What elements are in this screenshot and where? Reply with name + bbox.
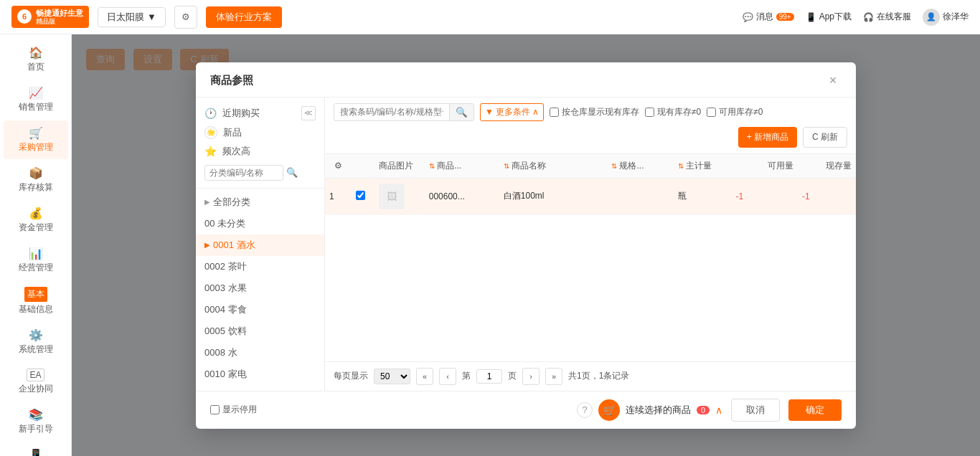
cat-item-0010[interactable]: 0010 家电: [196, 364, 324, 385]
sidebar-item-purchase[interactable]: 🛒 采购管理: [4, 120, 68, 159]
refresh-button[interactable]: C 刷新: [803, 127, 847, 148]
prev-page-button[interactable]: ‹: [439, 368, 456, 385]
cat-item-0004[interactable]: 0004 零食: [196, 299, 324, 320]
cat-item-0001[interactable]: ▶ 0001 酒水: [196, 234, 324, 256]
modal-footer: 显示停用 ? 🛒 连续选择的商品 0 ∧ 取消 确定: [196, 391, 856, 429]
show-disabled-checkbox[interactable]: [210, 405, 220, 414]
collapse-button[interactable]: ≪: [301, 106, 316, 120]
quick-new[interactable]: 🌟 新品: [196, 123, 324, 142]
search-input[interactable]: [334, 104, 449, 120]
cell-available: -1: [732, 178, 798, 214]
sidebar-item-system[interactable]: ⚙️ 系统管理: [4, 323, 68, 361]
cat-item-all[interactable]: ▶ 全部分类: [196, 191, 324, 213]
checkbox-warehouse[interactable]: 按仓库显示现有库存: [550, 106, 639, 118]
sort-icon-unit: ⇅: [678, 162, 684, 170]
sidebar-item-basic[interactable]: 基本 基础信息: [4, 281, 68, 321]
online-service-button[interactable]: 🎧 在线客服: [863, 11, 911, 23]
purchase-icon: 🛒: [29, 126, 43, 140]
cat-item-0003[interactable]: 0003 水果: [196, 277, 324, 299]
sidebar-label-system: 系统管理: [19, 343, 53, 356]
nav-dropdown[interactable]: 日太阳膜 ▼: [98, 7, 166, 27]
top-header: 6 畅捷通好生意 精品版 日太阳膜 ▼ ⚙ 体验行业方案 💬 消息 99+ 📱 …: [0, 0, 980, 34]
available-ne0-checkbox[interactable]: [707, 108, 716, 117]
new-icon: 🌟: [204, 126, 217, 139]
sidebar-label-home: 首页: [27, 61, 44, 73]
sort-icon-code: ⇅: [429, 162, 435, 170]
quick-recent[interactable]: 🕐 近期购买 ≪: [196, 103, 324, 123]
col-name[interactable]: ⇅ 商品名称: [499, 154, 607, 179]
category-search: 🔍: [196, 161, 324, 185]
col-unit[interactable]: ⇅ 主计量: [674, 154, 732, 179]
quick-frequent[interactable]: ⭐ 频次高: [196, 142, 324, 161]
per-page-label: 每页显示: [334, 370, 368, 382]
confirm-button[interactable]: 确定: [788, 399, 842, 421]
sidebar-item-guide[interactable]: 📚 新手引导: [4, 402, 68, 441]
modal-title: 商品参照: [210, 74, 253, 87]
checkbox-stock-ne0[interactable]: 现有库存≠0: [645, 106, 701, 118]
col-code[interactable]: ⇅ 商品...: [425, 154, 499, 179]
show-disabled-label[interactable]: 显示停用: [210, 404, 257, 416]
sidebar-item-finance[interactable]: 💰 资金管理: [4, 201, 68, 239]
sidebar-label-enterprise: 企业协同: [19, 383, 53, 395]
cat-item-00[interactable]: 00 未分类: [196, 213, 324, 234]
sidebar-item-enterprise[interactable]: EA 企业协同: [4, 363, 68, 401]
stock-ne0-checkbox[interactable]: [645, 108, 654, 117]
cell-name: 白酒100ml: [499, 178, 607, 214]
sidebar-item-operations[interactable]: 📊 经营管理: [4, 241, 68, 280]
last-page-button[interactable]: »: [545, 368, 562, 385]
sidebar-item-apps[interactable]: 📱 应用中心: [4, 442, 68, 456]
divider: [196, 188, 324, 189]
help-icon-button[interactable]: ?: [577, 402, 593, 418]
user-menu[interactable]: 👤 徐泽华: [923, 9, 969, 26]
sidebar-item-inventory[interactable]: 📦 库存核算: [4, 161, 68, 199]
product-reference-modal: 商品参照 × 🕐 近期购买 ≪ 🌟 新品: [196, 62, 856, 429]
cancel-button[interactable]: 取消: [731, 399, 780, 422]
sort-icon-name: ⇅: [504, 162, 509, 170]
modal-close-button[interactable]: ×: [824, 72, 842, 90]
messages-badge: 99+: [776, 13, 794, 21]
cat-item-0008[interactable]: 0008 水: [196, 342, 324, 364]
next-page-button[interactable]: ›: [522, 368, 540, 385]
page-input[interactable]: [476, 369, 502, 384]
sidebar-label-inventory: 库存核算: [19, 181, 53, 194]
col-spec[interactable]: ⇅ 规格...: [607, 154, 674, 179]
filter-button[interactable]: ▼ 更多条件 ∧: [480, 103, 544, 121]
first-page-button[interactable]: «: [416, 368, 433, 385]
apps-icon: 📱: [29, 448, 43, 456]
warehouse-checkbox[interactable]: [550, 108, 559, 117]
settings-button[interactable]: ⚙: [174, 6, 197, 29]
cat-item-0002[interactable]: 0002 茶叶: [196, 256, 324, 277]
checkbox-available-ne0[interactable]: 可用库存≠0: [707, 106, 763, 118]
app-download-button[interactable]: 📱 App下载: [806, 11, 852, 23]
per-page-select[interactable]: 10 20 50 100: [374, 369, 410, 384]
left-sidebar: 🏠 首页 📈 销售管理 🛒 采购管理 📦 库存核算 💰 资金管理 📊 经营管理 …: [0, 34, 72, 456]
header-right: 💬 消息 99+ 📱 App下载 🎧 在线客服 👤 徐泽华: [743, 9, 969, 26]
col-settings[interactable]: ⚙: [325, 154, 352, 179]
product-table-container: ⚙ 商品图片 ⇅ 商品... ⇅: [325, 154, 856, 361]
messages-button[interactable]: 💬 消息 99+: [743, 11, 794, 23]
cell-check[interactable]: [352, 178, 374, 214]
sidebar-item-sales[interactable]: 📈 销售管理: [4, 80, 68, 119]
category-search-icon[interactable]: 🔍: [286, 167, 298, 178]
table-row[interactable]: 1 🖼 000600... 白酒100ml: [325, 178, 856, 214]
chevron-up-icon: ∧: [532, 107, 539, 117]
toolbar-right: + 新增商品 C 刷新: [738, 127, 847, 148]
add-product-button[interactable]: + 新增商品: [738, 127, 797, 148]
category-search-input[interactable]: [204, 165, 283, 181]
collapse-icon[interactable]: ∧: [715, 404, 722, 416]
cell-stock: -1: [798, 178, 856, 214]
cat-item-0005[interactable]: 0005 饮料: [196, 320, 324, 342]
row-checkbox[interactable]: [356, 191, 365, 200]
col-stock: 现存量: [798, 154, 856, 179]
messages-label: 消息: [756, 11, 773, 23]
online-service-label: 在线客服: [877, 11, 911, 23]
page-label: 第: [462, 370, 471, 382]
guide-icon: 📚: [29, 408, 43, 422]
search-button[interactable]: 🔍: [449, 104, 473, 120]
page-suffix: 页: [508, 370, 517, 382]
cell-unit: 瓶: [674, 178, 732, 214]
cart-button[interactable]: 🛒: [598, 399, 620, 421]
sort-icon-spec: ⇅: [611, 162, 617, 170]
sidebar-item-home[interactable]: 🏠 首页: [4, 40, 68, 79]
experience-button[interactable]: 体验行业方案: [206, 6, 282, 28]
